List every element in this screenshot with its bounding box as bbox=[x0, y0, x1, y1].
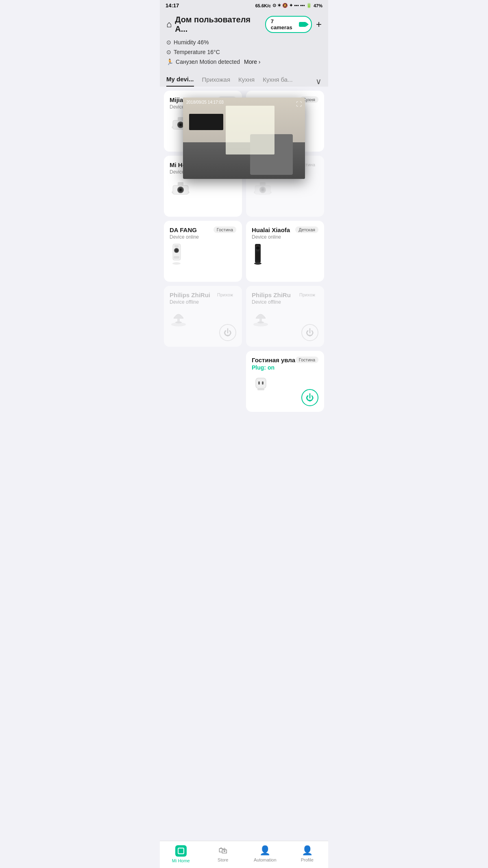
svg-rect-41 bbox=[256, 378, 266, 388]
device-card-hualai[interactable]: Hualai Xiaofa Device online Детская bbox=[246, 221, 324, 282]
temperature-icon: ⊙ bbox=[166, 48, 171, 57]
status-icons: ⊙ ✶ 🔕 ✦ ▪▪▪ ▪▪▪ 🔋 bbox=[272, 3, 312, 8]
device-status-mijia: Device online bbox=[170, 104, 236, 110]
svg-rect-11 bbox=[261, 116, 264, 120]
device-card-mi360[interactable]: Mi 360 Webcan Camera online Кухня bbox=[246, 91, 324, 152]
device-card-dafang[interactable]: DA FANG Device online Гостина bbox=[164, 221, 242, 282]
svg-point-40 bbox=[257, 322, 264, 324]
nav-mi-home[interactable]: Mi Home bbox=[160, 841, 202, 868]
tabs-container: My devi... Прихожая Кухня Кухня ба... ∨ bbox=[160, 72, 328, 87]
svg-rect-33 bbox=[256, 252, 259, 260]
motion-icon: 🏃 bbox=[166, 57, 173, 67]
humidity-icon: ⊙ bbox=[166, 38, 171, 48]
device-image-dafang bbox=[170, 243, 236, 265]
device-card-gostinaya[interactable]: Гостиная увла Plug: on Гостина ⏻ bbox=[246, 351, 324, 412]
mi-home-icon bbox=[175, 845, 187, 857]
temperature-text: Temperature 16°C bbox=[174, 48, 220, 57]
device-status-dafang: Device online bbox=[170, 234, 236, 240]
bottom-nav: Mi Home 🛍 Store 👤 Automation 👤 Profile bbox=[160, 841, 328, 868]
motion-text: Санузел Motion detected bbox=[176, 57, 240, 67]
device-image-mijia bbox=[170, 113, 236, 131]
humidity-text: Humidity 46% bbox=[174, 38, 209, 48]
nav-label-mi-home: Mi Home bbox=[172, 858, 190, 863]
device-status-hualai: Device online bbox=[252, 234, 318, 240]
device-card-philips1[interactable]: Philips ZhiRui Device offline Прихож ⏻ bbox=[164, 286, 242, 347]
svg-point-26 bbox=[175, 249, 178, 252]
device-card-mijia[interactable]: Mijia 1080p Device online Кухня bbox=[164, 91, 242, 152]
automation-icon: 👤 bbox=[259, 845, 270, 856]
device-status-mihome: Device onli... bbox=[170, 169, 236, 175]
power-button-philips2[interactable]: ⏻ bbox=[301, 324, 318, 341]
device-image-mihome bbox=[170, 178, 236, 196]
bodycam-svg bbox=[252, 243, 264, 265]
device-room-mi360: Кухня bbox=[300, 96, 318, 103]
camera-svg-mihome bbox=[170, 178, 192, 196]
home-icon: ⌂ bbox=[166, 19, 172, 30]
tab-my-devices[interactable]: My devi... bbox=[166, 76, 194, 87]
svg-point-32 bbox=[256, 246, 259, 250]
nav-automation[interactable]: 👤 Automation bbox=[244, 841, 286, 868]
device-status-philips2: Device offline bbox=[252, 299, 318, 305]
device-status-gostinaya: Plug: on bbox=[252, 364, 318, 371]
camera-svg-camera360 bbox=[252, 178, 274, 196]
svg-point-29 bbox=[172, 262, 181, 265]
add-button[interactable]: + bbox=[316, 19, 322, 30]
status-bar: 14:17 65.6K/c ⊙ ✶ 🔕 ✦ ▪▪▪ ▪▪▪ 🔋 47% bbox=[160, 0, 328, 11]
plug-svg bbox=[252, 374, 270, 392]
svg-rect-5 bbox=[178, 117, 183, 121]
nav-profile[interactable]: 👤 Profile bbox=[286, 841, 329, 868]
svg-point-22 bbox=[262, 189, 264, 191]
humidity-row: ⊙ Humidity 46% bbox=[166, 38, 322, 48]
device-room-camera360: Гостина bbox=[296, 161, 318, 168]
device-room-philips2: Прихож bbox=[296, 292, 318, 298]
tab-prikhozhaya[interactable]: Прихожая bbox=[202, 76, 231, 86]
device-card-mihome[interactable]: Mi Home Device onli... Гостина bbox=[164, 156, 242, 217]
device-room-dafang: Гостина bbox=[214, 226, 236, 233]
device-card-camera360[interactable]: Camera 360 Device offline Гостина bbox=[246, 156, 324, 217]
nav-label-store: Store bbox=[218, 857, 228, 862]
motion-row: 🏃 Санузел Motion detected More › bbox=[166, 57, 322, 67]
device-image-camera360 bbox=[252, 178, 318, 196]
device-image-mi360 bbox=[252, 113, 318, 131]
device-room-gostinaya: Гостина bbox=[296, 357, 318, 363]
camera-badge-icon bbox=[299, 22, 306, 27]
tab-kukhnya[interactable]: Кухня bbox=[238, 76, 255, 86]
power-button-philips1[interactable]: ⏻ bbox=[219, 324, 236, 341]
camera-svg-mi360 bbox=[252, 113, 274, 131]
home-title: Дом пользователя А... bbox=[175, 15, 265, 34]
status-time: 14:17 bbox=[166, 2, 179, 9]
svg-point-37 bbox=[175, 322, 182, 324]
nav-store[interactable]: 🛍 Store bbox=[202, 841, 244, 868]
svg-rect-23 bbox=[260, 182, 266, 186]
svg-point-16 bbox=[180, 189, 181, 191]
network-speed: 65.6K/c bbox=[255, 3, 271, 8]
lamp-svg-philips2 bbox=[252, 308, 270, 326]
cameras-badge[interactable]: 7 cameras bbox=[265, 16, 312, 33]
device-image-hualai bbox=[252, 243, 318, 265]
cameras-count: 7 cameras bbox=[271, 18, 296, 30]
svg-rect-28 bbox=[174, 256, 179, 259]
camera-svg-mijia bbox=[170, 113, 192, 131]
device-status-camera360: Device offline bbox=[252, 169, 318, 175]
lamp-svg-philips1 bbox=[170, 308, 188, 326]
svg-point-34 bbox=[254, 262, 261, 265]
svg-rect-44 bbox=[257, 388, 264, 390]
device-room-hualai: Детская bbox=[295, 226, 318, 233]
power-button-gostinaya[interactable]: ⏻ bbox=[301, 389, 318, 406]
doorbell-svg bbox=[170, 243, 184, 265]
device-room-philips1: Прихож bbox=[214, 292, 236, 298]
nav-label-profile: Profile bbox=[301, 857, 314, 862]
svg-rect-42 bbox=[258, 381, 260, 385]
header-left: ⌂ Дом пользователя А... bbox=[166, 15, 265, 34]
more-link[interactable]: More › bbox=[244, 57, 260, 67]
devices-grid: Mijia 1080p Device online Кухня Mi 360 W… bbox=[160, 87, 328, 416]
device-card-philips2[interactable]: Philips ZhiRu Device offline Прихож ⏻ bbox=[246, 286, 324, 347]
tabs-dropdown[interactable]: ∨ bbox=[316, 76, 322, 86]
status-right: 65.6K/c ⊙ ✶ 🔕 ✦ ▪▪▪ ▪▪▪ 🔋 47% bbox=[255, 3, 322, 8]
mi-home-inner bbox=[178, 848, 184, 854]
temperature-row: ⊙ Temperature 16°C bbox=[166, 48, 322, 57]
tab-kukhnya-ba[interactable]: Кухня ба... bbox=[263, 76, 292, 86]
device-status-mi360: Camera online bbox=[252, 104, 318, 110]
svg-rect-17 bbox=[178, 182, 183, 186]
device-room-mihome: Гостина bbox=[214, 161, 236, 168]
